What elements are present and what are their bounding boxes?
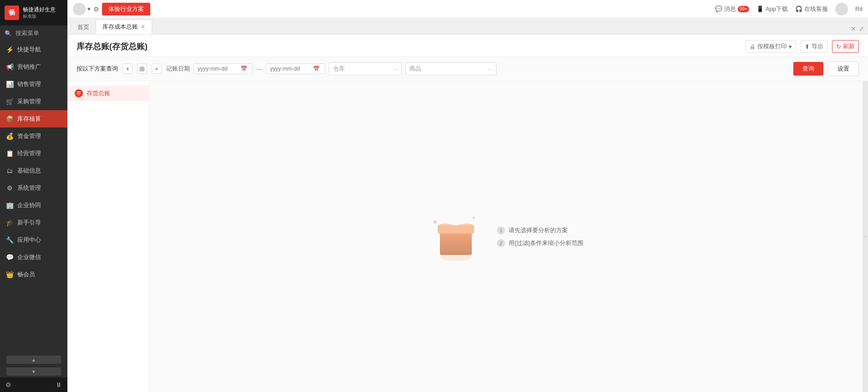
date-start-field[interactable] (198, 66, 239, 72)
sidebar-item-purchase[interactable]: 🛒 采购管理 (0, 93, 67, 110)
sidebar-item-appstore[interactable]: 🔧 应用中心 (0, 231, 67, 249)
quick-nav-icon: ⚡ (5, 46, 14, 54)
calendar-start-icon[interactable]: 📅 (240, 66, 247, 72)
newbie-icon: 🎓 (5, 219, 14, 227)
enterprise-icon: 🏢 (5, 201, 14, 209)
sidebar-item-quick-nav[interactable]: ⚡ 快捷导航 (0, 41, 67, 58)
system-icon: ⚙ (5, 184, 14, 192)
tab-expand-icon[interactable]: ⤢ (859, 25, 864, 32)
toggle-footer-icon[interactable]: ⏸ (56, 381, 62, 388)
industry-button[interactable]: 体验行业方案 (102, 3, 150, 15)
sidebar-scroll-up[interactable]: ▲ (0, 354, 67, 366)
filter-schema-button[interactable]: ⊞ (137, 64, 147, 74)
left-panel-item-inventory-total[interactable]: 存 存货总账 (67, 86, 149, 101)
print-template-button[interactable]: 🖨 按模板打印 ▾ (745, 40, 796, 53)
finance-icon: 💰 (5, 132, 14, 140)
download-icon: 📱 (756, 5, 764, 12)
filter-row: 记账日期 📅 — 📅 仓库 ··· 商品 ··· (166, 62, 789, 75)
query-button[interactable]: 查询 (793, 62, 823, 76)
page-title: 库存总账(存货总账) (77, 41, 148, 52)
settings-footer-icon[interactable]: ⚙ (5, 381, 11, 388)
export-button[interactable]: ⬆ 导出 (801, 40, 827, 53)
date-separator: — (256, 66, 262, 72)
empty-state: ★ ✦ · 1 (429, 209, 583, 264)
tab-close-panel-icon[interactable]: ✕ (851, 25, 856, 32)
filter-collapse-button[interactable]: « (152, 64, 162, 74)
sidebar-item-search[interactable]: 🔍 搜索菜单 (0, 25, 67, 41)
date-start-input[interactable]: 📅 (194, 63, 253, 74)
sidebar-scroll-down[interactable]: ▼ (0, 366, 67, 377)
message-badge: 99+ (738, 6, 749, 12)
appstore-icon: 🔧 (5, 236, 14, 244)
sidebar-item-newbie[interactable]: 🎓 新手引导 (0, 214, 67, 231)
inventory-icon: 📦 (5, 115, 14, 123)
message-button[interactable]: 💬 消息 99+ (715, 5, 749, 13)
tab-home[interactable]: 首页 (71, 20, 96, 34)
logo-text: 畅捷通好生意 标准版 (23, 6, 56, 20)
empty-illustration: ★ ✦ · (429, 209, 483, 264)
sidebar-item-operations[interactable]: 📋 经营管理 (0, 145, 67, 162)
sidebar-item-system[interactable]: ⚙ 系统管理 (0, 179, 67, 197)
sidebar-item-marketing[interactable]: 📢 营销推广 (0, 58, 67, 76)
hint-num-2: 2 (497, 239, 505, 247)
sidebar: 畅 畅捷通好生意 标准版 🔍 搜索菜单 ⚡ 快捷导航 📢 营销推广 📊 销售管理… (0, 0, 67, 392)
topbar-user-area[interactable]: ▾ (73, 3, 91, 15)
refresh-button[interactable]: ↻ 刷新 (832, 40, 859, 53)
logo-icon: 畅 (5, 5, 19, 20)
topbar-left: ▾ ⚙ 体验行业方案 (73, 3, 711, 15)
sidebar-item-sales[interactable]: 📊 销售管理 (0, 76, 67, 93)
sidebar-item-basic[interactable]: 🗂 基础信息 (0, 162, 67, 179)
date-end-field[interactable] (270, 66, 311, 72)
right-content: ★ ✦ · 1 (149, 81, 863, 392)
hint-item-2: 2 用[过滤]条件来缩小分析范围 (497, 239, 583, 247)
right-side-toggle[interactable]: › (863, 81, 868, 392)
hint-num-1: 1 (497, 226, 505, 234)
svg-rect-2 (440, 230, 472, 255)
main-area: ▾ ⚙ 体验行业方案 💬 消息 99+ 📱 App下载 🎧 在线客服 Rit (67, 0, 868, 392)
date-end-input[interactable]: 📅 (266, 63, 325, 74)
member-icon: 👑 (5, 270, 14, 279)
page-header-actions: 🖨 按模板打印 ▾ ⬆ 导出 ↻ 刷新 (745, 40, 859, 53)
side-toggle-icon[interactable]: › (864, 234, 866, 239)
service-icon: 🎧 (795, 5, 802, 12)
topbar: ▾ ⚙ 体验行业方案 💬 消息 99+ 📱 App下载 🎧 在线客服 Rit (67, 0, 868, 18)
empty-hints: 1 请先选择要分析的方案 2 用[过滤]条件来缩小分析范围 (497, 226, 583, 247)
tabbar: 首页 库存成本总账 ✕ ✕ ⤢ (67, 18, 868, 35)
product-filter[interactable]: 商品 ··· (405, 62, 496, 75)
tab-inventory-ledger[interactable]: 库存成本总账 ✕ (96, 20, 152, 34)
sidebar-item-finance[interactable]: 💰 资金管理 (0, 127, 67, 145)
user-avatar[interactable] (835, 3, 848, 15)
warehouse-filter[interactable]: 仓库 ··· (329, 62, 402, 75)
inventory-total-icon: 存 (75, 89, 83, 97)
sidebar-navigation: ⚡ 快捷导航 📢 营销推广 📊 销售管理 🛒 采购管理 📦 库存核算 💰 资金管… (0, 41, 67, 354)
operations-icon: 📋 (5, 149, 14, 158)
sidebar-item-inventory[interactable]: 📦 库存核算 (0, 110, 67, 127)
user-name-label: Rit (855, 5, 863, 12)
svg-rect-3 (438, 225, 474, 234)
refresh-icon: ↻ (836, 43, 841, 50)
filter-label: 按以下方案查询 (77, 65, 118, 73)
scroll-up-button[interactable]: ▲ (6, 356, 61, 364)
display-settings-button[interactable]: 设置 (828, 61, 859, 76)
sidebar-item-wechat[interactable]: 💬 企业微信 (0, 249, 67, 266)
scroll-down-button[interactable]: ▼ (6, 367, 61, 376)
calendar-end-icon[interactable]: 📅 (313, 66, 320, 72)
online-service-button[interactable]: 🎧 在线客服 (795, 5, 828, 13)
left-panel: 存 存货总账 (67, 81, 149, 392)
date-filter-label: 记账日期 (166, 65, 190, 73)
app-download-button[interactable]: 📱 App下载 (756, 5, 788, 13)
product-more-icon[interactable]: ··· (487, 66, 492, 72)
warehouse-more-icon[interactable]: ··· (393, 66, 398, 72)
search-icon: 🔍 (5, 30, 12, 37)
sidebar-item-member[interactable]: 👑 畅会员 (0, 266, 67, 283)
dropdown-chevron-icon: ▾ (87, 5, 91, 12)
settings-icon[interactable]: ⚙ (93, 5, 99, 13)
wechat-icon: 💬 (5, 253, 14, 261)
svg-text:·: · (467, 252, 468, 256)
filter-add-button[interactable]: + (123, 64, 133, 74)
svg-text:✦: ✦ (472, 215, 475, 220)
tab-close-icon[interactable]: ✕ (141, 24, 145, 30)
page-header: 库存总账(存货总账) 🖨 按模板打印 ▾ ⬆ 导出 ↻ 刷新 (67, 35, 868, 57)
sidebar-item-enterprise[interactable]: 🏢 企业协同 (0, 197, 67, 214)
print-icon: 🖨 (750, 43, 756, 50)
